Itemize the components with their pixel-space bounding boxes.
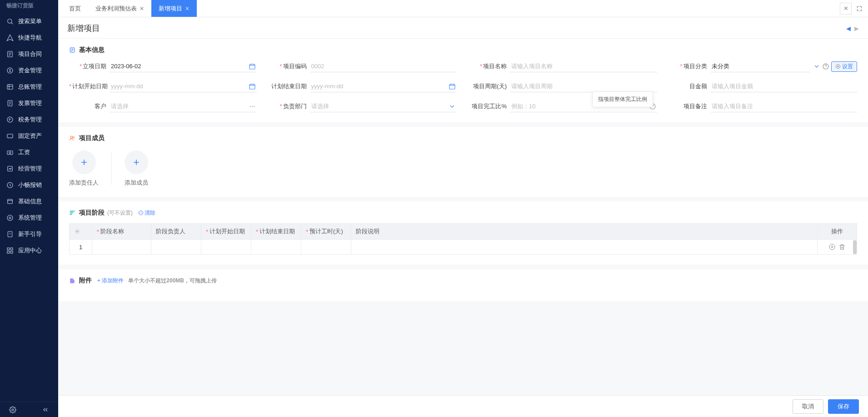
help-icon[interactable] <box>822 63 829 70</box>
sidebar-item-label: 总账管理 <box>18 83 42 91</box>
project_name-input[interactable] <box>510 60 657 72</box>
period_days-input[interactable] <box>510 80 657 92</box>
plan_start-input[interactable] <box>110 80 257 92</box>
field-project_name: *项目名称 <box>469 60 657 72</box>
field-label: 项目备注 <box>670 102 707 111</box>
svg-point-6 <box>7 117 13 122</box>
svg-rect-4 <box>7 85 13 90</box>
tab-0[interactable]: 首页 <box>62 0 88 17</box>
sidebar-item-ops[interactable]: 经营管理 <box>0 161 58 177</box>
add-owner-label: 添加责任人 <box>69 179 99 187</box>
add-owner[interactable]: 添加责任人 <box>69 151 99 187</box>
stage-table: *阶段名称 阶段负责人 *计划开始日期 *计划结束日期 *预计工时(天) 阶段说… <box>69 223 857 255</box>
dept-input[interactable] <box>310 100 457 112</box>
add-row-icon[interactable] <box>828 243 836 251</box>
svg-point-38 <box>76 231 78 232</box>
section-basic-title: 基本信息 <box>79 46 105 54</box>
base-icon <box>6 198 14 205</box>
sidebar-item-apps[interactable]: 应用中心 <box>0 242 58 259</box>
sidebar-item-label: 经营管理 <box>18 165 42 173</box>
stages-icon <box>69 210 75 216</box>
sidebar-item-fund[interactable]: 资金管理 <box>0 62 58 79</box>
section-basic: 基本信息 *立项日期 *项目编码 *项目名称 *项目分类 设置 *计划开始日期 <box>58 39 868 122</box>
table-scrollbar[interactable] <box>853 240 857 254</box>
collapse-icon[interactable] <box>42 406 49 413</box>
add-member[interactable]: 添加成员 <box>125 151 148 187</box>
sidebar-item-label: 发票管理 <box>18 99 42 107</box>
cell-hours[interactable] <box>301 240 351 254</box>
sidebar-item-compass[interactable]: 快捷导航 <box>0 30 58 46</box>
svg-rect-12 <box>8 199 13 203</box>
cell-start[interactable] <box>201 240 251 254</box>
page-nav: ◀ ▶ <box>846 25 859 32</box>
tab-close-icon[interactable]: ✕ <box>140 5 144 12</box>
sidebar-item-asset[interactable]: 固定资产 <box>0 128 58 144</box>
sidebar-item-contract[interactable]: 项目合同 <box>0 46 58 62</box>
tab-label: 首页 <box>69 5 81 13</box>
chevron-down-icon[interactable] <box>449 103 456 110</box>
sidebar-item-search[interactable]: 搜索菜单 <box>0 13 58 30</box>
remark-input[interactable] <box>711 100 858 112</box>
tab-label: 新增项目 <box>159 5 182 13</box>
close-all-tabs[interactable]: ✕ <box>840 3 852 15</box>
cell-owner[interactable] <box>151 240 201 254</box>
col-gear[interactable] <box>70 224 92 239</box>
sidebar-item-tax[interactable]: 税务管理 <box>0 111 58 128</box>
tab-2[interactable]: 新增项目✕ <box>151 0 197 17</box>
sidebar-item-expense[interactable]: 小畅报销 <box>0 177 58 193</box>
section-attachments-title: 附件 <box>79 276 92 285</box>
col-ops: 操作 <box>818 224 857 239</box>
apps-icon <box>6 247 14 254</box>
section-members-title: 项目成员 <box>79 134 105 142</box>
tab-1[interactable]: 业务利润预估表✕ <box>88 0 151 17</box>
calendar-icon[interactable] <box>249 83 256 90</box>
create_date-input[interactable] <box>110 60 257 72</box>
chevron-down-icon[interactable] <box>813 63 820 70</box>
tax-icon <box>6 116 14 123</box>
sidebar-item-guide[interactable]: 新手引导 <box>0 226 58 242</box>
fullscreen-icon[interactable] <box>853 3 865 15</box>
svg-marker-1 <box>7 35 13 40</box>
delete-row-icon[interactable] <box>838 243 846 251</box>
sidebar-item-system[interactable]: 系统管理 <box>0 210 58 226</box>
cell-name[interactable] <box>92 240 151 254</box>
sidebar-item-label: 搜索菜单 <box>18 17 42 25</box>
sidebar-item-label: 新手引导 <box>18 230 42 238</box>
sidebar-item-ledger[interactable]: 总账管理 <box>0 79 58 95</box>
stages-clear[interactable]: 清除 <box>138 209 155 217</box>
cell-end[interactable] <box>251 240 301 254</box>
more-icon[interactable] <box>249 103 256 110</box>
sidebar-item-invoice[interactable]: 发票管理 <box>0 95 58 111</box>
project_type-input[interactable] <box>711 60 811 72</box>
cell-desc[interactable] <box>351 240 818 254</box>
system-icon <box>6 214 14 221</box>
add-attachment[interactable]: + 添加附件 <box>97 277 124 285</box>
field-plan_end: 计划结束日期 <box>269 80 457 92</box>
section-attachments: 附件 + 添加附件 单个大小不超过200MB，可拖拽上传 <box>58 269 868 301</box>
svg-rect-19 <box>10 251 13 253</box>
save-button[interactable]: 保存 <box>828 399 859 414</box>
field-create_date: *立项日期 <box>69 60 257 72</box>
amount-input[interactable] <box>711 80 858 92</box>
add-member-circle[interactable] <box>125 151 148 174</box>
section-members: 项目成员 添加责任人 添加成员 <box>58 127 868 197</box>
field-label: *计划开始日期 <box>69 82 106 90</box>
prev-record[interactable]: ◀ <box>846 25 851 32</box>
plan_end-input[interactable] <box>310 80 457 92</box>
content-scroll[interactable]: 基本信息 *立项日期 *项目编码 *项目名称 *项目分类 设置 *计划开始日期 <box>58 39 868 395</box>
field-label: 项目周期(天) <box>469 82 507 90</box>
project_code-input[interactable] <box>310 60 457 72</box>
contract-icon <box>6 50 14 58</box>
sidebar-item-salary[interactable]: 工资 <box>0 144 58 161</box>
ledger-icon <box>6 83 14 90</box>
sidebar-item-base[interactable]: 基础信息 <box>0 193 58 210</box>
cancel-button[interactable]: 取消 <box>793 399 823 414</box>
calendar-icon[interactable] <box>449 83 456 90</box>
stage-row[interactable]: 1 <box>70 239 857 254</box>
customer-input[interactable] <box>110 100 257 112</box>
add-owner-circle[interactable] <box>72 151 96 174</box>
type-set-button[interactable]: 设置 <box>831 61 857 72</box>
tab-close-icon[interactable]: ✕ <box>185 5 190 12</box>
settings-icon[interactable] <box>9 406 16 413</box>
calendar-icon[interactable] <box>249 63 256 70</box>
